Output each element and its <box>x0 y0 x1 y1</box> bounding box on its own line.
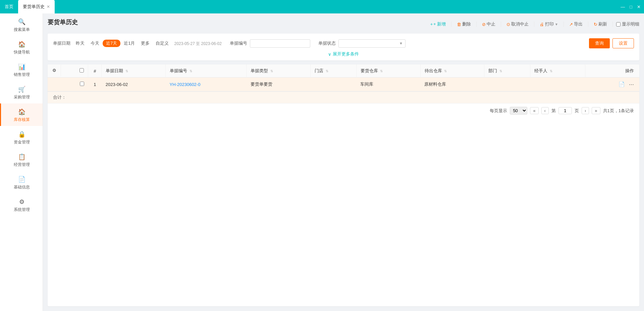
search-menu-icon: 🔍 <box>18 18 25 26</box>
status-filter-group: 单据状态 草稿 已确认 已中止 ▼ <box>318 39 406 48</box>
cancel-stop-icon: ⊙ <box>506 22 510 27</box>
row-checkbox[interactable] <box>80 82 84 86</box>
settings-button[interactable]: 设置 <box>612 38 634 48</box>
refresh-button[interactable]: ↻ 刷新 <box>590 19 610 29</box>
doc-no-link[interactable]: YH-20230602-0 <box>170 82 201 87</box>
divider-5 <box>564 21 564 27</box>
basic-info-icon: 📄 <box>18 176 25 183</box>
filter-row: 单据日期 昨天 今天 近7天 近1月 更多 自定义 2023-05-27 至 2… <box>53 38 634 48</box>
sidebar-item-purchase-mgmt[interactable]: 🛒 采购管理 <box>0 81 43 103</box>
sort-doc-no-icon[interactable]: ⇅ <box>190 69 192 73</box>
toolbar-right: ＋ + 新增 🗑 删除 ⊘ 中止 ⊙ 取消中止 <box>426 19 639 29</box>
date-range-text: 2023-05-27 至 2023-06-02 <box>174 41 221 47</box>
page-unit-label: 页 <box>575 108 579 114</box>
docno-filter-input[interactable] <box>250 39 310 48</box>
delete-button[interactable]: 🗑 删除 <box>453 19 474 29</box>
print-dropdown-icon[interactable]: ▼ <box>555 23 558 26</box>
select-all-checkbox[interactable] <box>79 68 84 73</box>
date-btn-yesterday[interactable]: 昨天 <box>73 40 87 47</box>
status-select-wrapper: 草稿 已确认 已中止 ▼ <box>338 39 406 48</box>
next-page-button[interactable]: › <box>582 107 589 114</box>
date-btn-custom[interactable]: 自定义 <box>153 40 171 47</box>
expand-more[interactable]: ∨ 展开更多条件 <box>53 51 634 57</box>
toolbar-section: 要货单历史 ＋ + 新增 🗑 删除 ⊘ 中止 ⊙ <box>48 18 639 30</box>
status-filter-select[interactable]: 草稿 已确认 已中止 <box>338 39 406 48</box>
divider-2 <box>476 21 477 27</box>
content-area: 要货单历史 ＋ + 新增 🗑 删除 ⊘ 中止 ⊙ <box>43 13 644 311</box>
row-num: 1 <box>88 78 102 91</box>
sort-pending-warehouse-icon[interactable]: ⇅ <box>444 69 447 73</box>
page-size-label: 每页显示 <box>490 108 507 114</box>
table-settings-icon[interactable]: ⚙ <box>52 68 56 73</box>
close-window-icon[interactable]: ✕ <box>637 4 641 9</box>
tab-home[interactable]: 首页 <box>0 0 18 13</box>
status-filter-label: 单据状态 <box>318 40 336 46</box>
divider-3 <box>501 21 501 27</box>
sidebar-item-quick-nav[interactable]: 🏠 快捷导航 <box>0 36 43 58</box>
row-handler <box>530 78 585 91</box>
last-page-button[interactable]: » <box>592 107 600 114</box>
delete-icon: 🗑 <box>457 22 461 27</box>
sort-req-warehouse-icon[interactable]: ⇅ <box>380 69 383 73</box>
col-pending-warehouse: 待出仓库 ⇅ <box>420 64 484 78</box>
print-button[interactable]: 🖨 打印 ▼ <box>536 19 561 29</box>
close-tab-icon[interactable]: ✕ <box>47 4 50 9</box>
row-view-button[interactable]: 📄 <box>617 81 626 88</box>
row-more-button[interactable]: ⋯ <box>628 81 635 88</box>
export-icon: ↗ <box>569 22 573 27</box>
date-btn-today[interactable]: 今天 <box>88 40 102 47</box>
sidebar-item-basic-info[interactable]: 📄 基础信息 <box>0 171 43 193</box>
page-number-input[interactable] <box>558 107 572 114</box>
date-btn-1month[interactable]: 近1月 <box>121 40 138 47</box>
first-page-button[interactable]: « <box>530 107 538 114</box>
col-num: # <box>88 64 102 78</box>
minimize-icon[interactable]: — <box>621 4 625 9</box>
stop-button[interactable]: ⊘ 中止 <box>479 19 499 29</box>
sort-doc-type-icon[interactable]: ⇅ <box>270 69 273 73</box>
divider-7 <box>612 21 613 27</box>
row-req-warehouse: 车间库 <box>356 78 420 91</box>
sort-doc-date-icon[interactable]: ⇅ <box>125 69 128 73</box>
col-doc-date: 单据日期 ⇅ <box>102 64 166 78</box>
sidebar-item-sales-mgmt[interactable]: 📊 销售管理 <box>0 58 43 81</box>
prev-page-button[interactable]: ‹ <box>541 107 549 114</box>
chevron-down-icon: ∨ <box>328 52 331 57</box>
filter-action-buttons: 查询 设置 <box>589 38 634 48</box>
purchase-mgmt-icon: 🛒 <box>18 86 25 93</box>
display-detail-checkbox[interactable] <box>616 22 621 27</box>
stop-icon: ⊘ <box>482 22 486 27</box>
sidebar-item-sys-mgmt[interactable]: ⚙ 系统管理 <box>0 193 43 216</box>
sort-dept-icon[interactable]: ⇅ <box>499 69 502 73</box>
row-store <box>311 78 357 91</box>
col-req-warehouse: 要货仓库 ⇅ <box>356 64 420 78</box>
date-filter-buttons: 昨天 今天 近7天 近1月 更多 自定义 <box>73 40 171 47</box>
maximize-icon[interactable]: □ <box>630 4 632 9</box>
date-btn-more[interactable]: 更多 <box>138 40 152 47</box>
col-settings[interactable]: ⚙ <box>48 64 61 76</box>
sidebar-item-finance-mgmt[interactable]: 🔒 资金管理 <box>0 126 43 148</box>
sidebar-item-search-menu[interactable]: 🔍 搜索菜单 <box>0 13 43 36</box>
date-btn-7days[interactable]: 近7天 <box>103 40 120 47</box>
inventory-icon: 🏠 <box>18 108 25 116</box>
col-dept: 部门 ⇅ <box>484 64 530 78</box>
sort-handler-icon[interactable]: ⇅ <box>550 69 552 73</box>
query-button[interactable]: 查询 <box>589 38 610 48</box>
divider-1 <box>451 21 451 27</box>
page-size-select[interactable]: 50 10 20 100 <box>510 107 527 115</box>
table-footer: 合计： <box>48 91 639 103</box>
col-operation: 操作 <box>585 64 639 78</box>
divider-6 <box>588 21 588 27</box>
sidebar: 🔍 搜索菜单 🏠 快捷导航 📊 销售管理 🛒 采购管理 🏠 库存核算 🔒 资金管… <box>0 13 43 311</box>
col-checkbox <box>75 64 88 78</box>
tab-requisition-history[interactable]: 要货单历史 ✕ <box>18 0 55 13</box>
row-operations: 📄 ⋯ <box>585 78 639 91</box>
main-layout: 🔍 搜索菜单 🏠 快捷导航 📊 销售管理 🛒 采购管理 🏠 库存核算 🔒 资金管… <box>0 13 644 311</box>
sidebar-item-inventory[interactable]: 🏠 库存核算 <box>0 103 43 126</box>
sidebar-item-ops-mgmt[interactable]: 📋 经营管理 <box>0 148 43 171</box>
new-button[interactable]: ＋ + 新增 <box>426 19 449 29</box>
display-detail-label[interactable]: 显示明细 <box>616 21 639 27</box>
export-button[interactable]: ↗ 导出 <box>566 19 586 29</box>
pagination: 每页显示 50 10 20 100 « ‹ 第 页 › » 共1页，1条记录 <box>48 103 639 118</box>
cancel-stop-button[interactable]: ⊙ 取消中止 <box>503 19 532 29</box>
sort-store-icon[interactable]: ⇅ <box>326 69 328 73</box>
